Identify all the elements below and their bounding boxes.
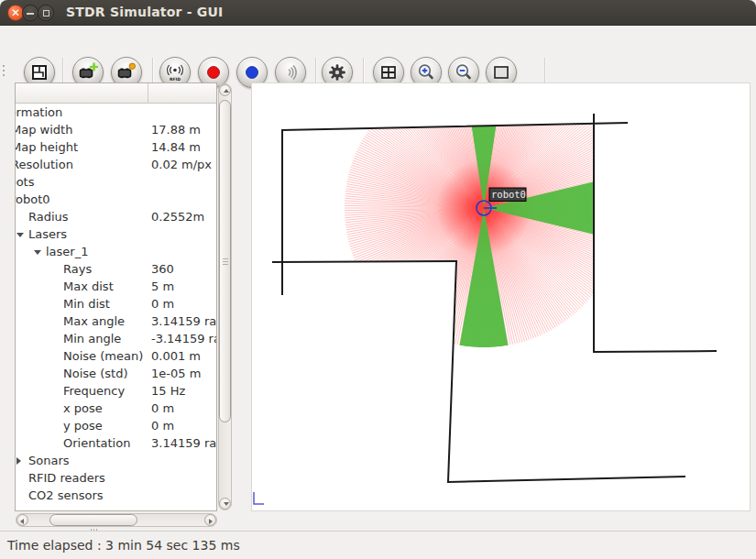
- gear-icon: [327, 62, 347, 82]
- scroll-left-button[interactable]: [16, 514, 28, 526]
- tree-row[interactable]: Map height14.84 m: [16, 139, 216, 157]
- tree-row[interactable]: Sonars: [16, 453, 216, 470]
- blue-source-icon: [242, 62, 262, 82]
- tree-row[interactable]: RFID readers: [16, 470, 216, 488]
- tree-header[interactable]: [16, 83, 216, 104]
- grid-icon: [378, 62, 399, 82]
- tree-item-label: Map width: [15, 123, 72, 137]
- tree-row[interactable]: Min angle-3.14159 rad: [16, 331, 216, 348]
- tree-item-value: 3.14159 rad: [151, 314, 217, 328]
- tree-row[interactable]: Noise (mean)0.001 m: [16, 348, 216, 366]
- tree-row[interactable]: y pose0 m: [16, 418, 216, 435]
- arrow-right-icon: [209, 519, 213, 524]
- tree-item-label: Orientation: [63, 436, 130, 450]
- svg-text:RFID: RFID: [170, 77, 181, 82]
- minimize-button[interactable]: [22, 5, 38, 21]
- tree-item-label: Resolution: [15, 158, 73, 171]
- tree-item-label: Map height: [15, 140, 78, 154]
- titlebar[interactable]: ✕ STDR Simulator - GUI: [0, 0, 756, 26]
- tree-row[interactable]: Noise (std)1e-05 m: [16, 366, 216, 383]
- tree-item-label: Noise (mean): [63, 349, 143, 363]
- robot-label: robot0: [491, 189, 526, 200]
- window-title: STDR Simulator - GUI: [66, 0, 223, 25]
- tree-row[interactable]: Lasers: [16, 226, 216, 244]
- tree-item-label: Sonars: [28, 454, 70, 467]
- map-icon: [29, 62, 49, 82]
- toolbar-drag-handle[interactable]: [3, 65, 5, 80]
- tree-vertical-scrollbar[interactable]: [218, 83, 232, 510]
- tree-row[interactable]: Robots: [16, 174, 216, 192]
- sound-waves-icon: [280, 62, 301, 82]
- minimize-icon: [27, 13, 34, 15]
- tree-row[interactable]: Max dist5 m: [16, 279, 216, 296]
- tree-row[interactable]: robot0: [16, 192, 216, 209]
- tree-row[interactable]: Information: [16, 104, 216, 122]
- scroll-right-button[interactable]: [204, 514, 216, 526]
- tree-item-label: Min dist: [63, 297, 110, 311]
- tree-row[interactable]: Orientation3.14159 rad: [16, 435, 216, 453]
- robot-add-icon: [78, 62, 98, 82]
- tree-item-value: 15 Hz: [151, 384, 185, 398]
- tree-item-label: y pose: [63, 419, 103, 433]
- tree-item-label: Noise (std): [63, 367, 127, 380]
- arrow-up-icon: [224, 89, 229, 93]
- tree-row[interactable]: Map width17.88 m: [16, 122, 216, 139]
- tree-item-value: 5 m: [151, 280, 174, 293]
- tree-item-label: Information: [15, 105, 62, 119]
- tree-item-value: 3.14159 rad: [151, 436, 217, 450]
- tree-item-label: Max dist: [63, 280, 114, 293]
- maximize-icon: [43, 10, 49, 16]
- horizontal-scroll-thumb[interactable]: [49, 514, 137, 526]
- tree-item-label: Lasers: [28, 227, 67, 241]
- tree-row[interactable]: CO2 sensors: [16, 488, 216, 505]
- tree-row[interactable]: laser_1: [16, 244, 216, 261]
- tree-item-value: -3.14159 rad: [151, 332, 217, 345]
- tree-item-label: Frequency: [63, 384, 125, 398]
- tree-item-label: Min angle: [63, 332, 121, 345]
- tree-item-label: Max angle: [63, 314, 125, 328]
- tree-item-value: 360: [151, 262, 174, 276]
- arrow-left-icon: [20, 519, 24, 524]
- thumb-grip: [223, 258, 228, 267]
- zoom-out-icon: [454, 62, 474, 82]
- tree-item-value: 0.001 m: [151, 349, 201, 363]
- properties-tree-panel: InformationMap width17.88 mMap height14.…: [15, 82, 217, 511]
- tree-horizontal-scrollbar[interactable]: [16, 513, 217, 527]
- tree-rows: InformationMap width17.88 mMap height14.…: [16, 104, 216, 505]
- tree-row[interactable]: Resolution0.02 m/px: [16, 157, 216, 174]
- tree-row[interactable]: Min dist0 m: [16, 296, 216, 313]
- map-view[interactable]: robot0: [251, 82, 751, 511]
- tree-row[interactable]: Frequency15 Hz: [16, 383, 216, 400]
- tree-item-value: 0 m: [151, 401, 174, 415]
- red-source-icon: [203, 62, 224, 82]
- tree-item-label: laser_1: [46, 245, 88, 258]
- tree-item-value: 0 m: [151, 419, 174, 433]
- statusbar: Time elapsed : 3 min 54 sec 135 ms: [0, 531, 756, 559]
- tree-item-label: robot0: [15, 192, 50, 206]
- tree-row[interactable]: Max angle3.14159 rad: [16, 313, 216, 331]
- arrow-down-icon: [224, 502, 229, 506]
- tree-item-value: 0.02 m/px: [151, 158, 212, 171]
- time-elapsed-label: Time elapsed : 3 min 54 sec 135 ms: [7, 532, 240, 559]
- tree-header-column-2[interactable]: [149, 83, 216, 104]
- map-canvas[interactable]: robot0: [252, 83, 751, 512]
- robot-edit-icon: [116, 62, 137, 82]
- collapse-arrow-icon[interactable]: [16, 457, 21, 465]
- expand-arrow-icon[interactable]: [16, 233, 24, 237]
- vertical-scroll-thumb[interactable]: [219, 100, 231, 422]
- tree-item-label: Rays: [63, 262, 92, 276]
- tree-item-label: x pose: [63, 401, 103, 415]
- scroll-up-button[interactable]: [219, 84, 231, 96]
- maximize-button[interactable]: [38, 5, 54, 21]
- tree-header-column-1[interactable]: [16, 83, 148, 104]
- tree-item-value: 0 m: [151, 297, 174, 311]
- tree-row[interactable]: Rays360: [16, 261, 216, 279]
- map-origin-marker: [254, 492, 264, 504]
- scroll-down-button[interactable]: [219, 498, 231, 510]
- tree-item-label: Radius: [28, 210, 69, 224]
- rfid-antenna-icon: RFID: [165, 62, 185, 82]
- tree-row[interactable]: x pose0 m: [16, 400, 216, 418]
- tree-row[interactable]: Radius0.2552m: [16, 209, 216, 226]
- tree-item-label: RFID readers: [28, 471, 105, 485]
- expand-arrow-icon[interactable]: [34, 250, 41, 255]
